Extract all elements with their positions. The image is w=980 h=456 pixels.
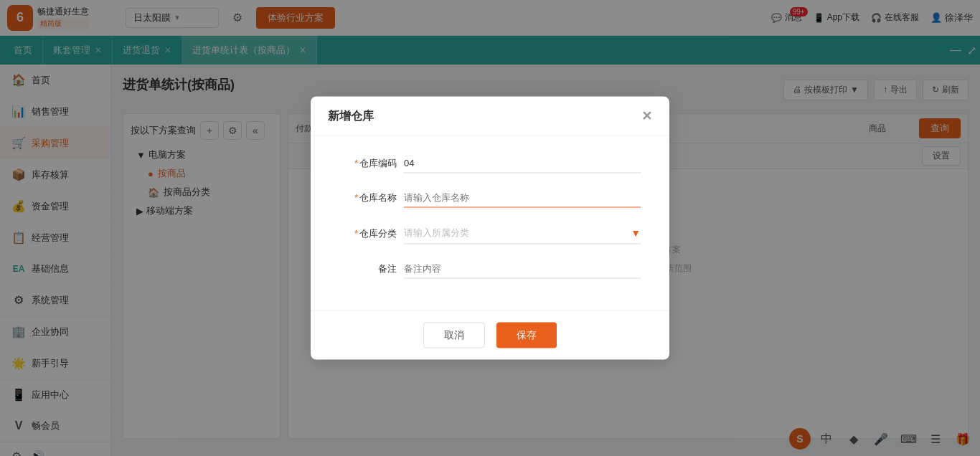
modal-title: 新增仓库: [328, 108, 374, 123]
category-select[interactable]: 请输入所属分类 ▼: [404, 222, 641, 244]
form-row-name: *仓库名称: [339, 188, 641, 208]
form-row-remark: 备注: [339, 259, 641, 279]
save-button[interactable]: 保存: [496, 323, 557, 348]
modal-close-btn[interactable]: ✕: [641, 108, 652, 124]
name-label: *仓库名称: [339, 191, 397, 204]
category-arrow-icon: ▼: [631, 227, 641, 239]
modal-new-warehouse: 新增仓库 ✕ *仓库编码 *仓库名称 *仓库分类 请输入所属分类 ▼: [311, 97, 669, 360]
code-label: *仓库编码: [339, 157, 397, 170]
form-row-category: *仓库分类 请输入所属分类 ▼: [339, 222, 641, 244]
name-input[interactable]: [404, 188, 641, 208]
remark-input[interactable]: [404, 259, 641, 279]
code-input[interactable]: [404, 153, 641, 174]
modal-header: 新增仓库 ✕: [311, 97, 669, 136]
remark-label: 备注: [339, 262, 397, 275]
modal-body: *仓库编码 *仓库名称 *仓库分类 请输入所属分类 ▼ 备注: [311, 136, 669, 310]
form-row-code: *仓库编码: [339, 153, 641, 174]
category-label: *仓库分类: [339, 227, 397, 239]
modal-footer: 取消 保存: [311, 310, 669, 360]
category-placeholder: 请输入所属分类: [404, 227, 631, 239]
cancel-button[interactable]: 取消: [423, 323, 485, 348]
